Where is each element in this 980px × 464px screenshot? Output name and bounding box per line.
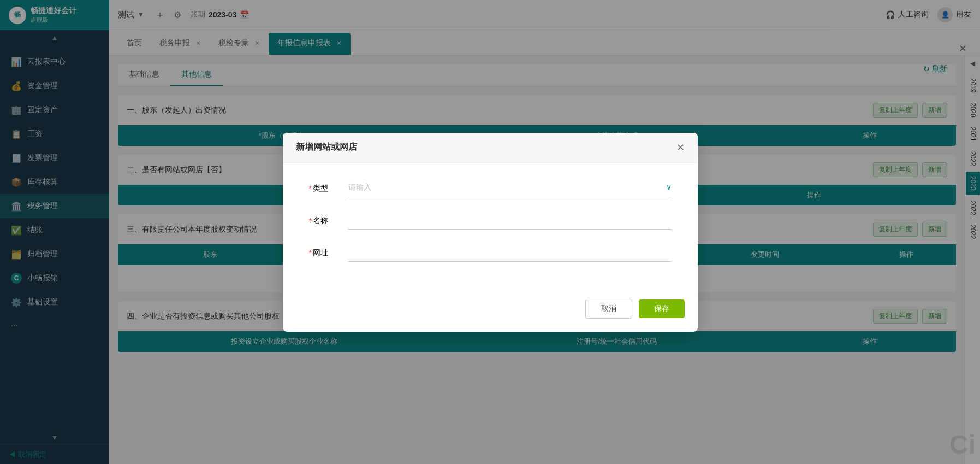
modal-body: * 类型 ∨ * 名称 xyxy=(283,163,698,290)
required-star-type: * xyxy=(309,184,312,193)
form-row-url: * 网址 xyxy=(309,245,672,262)
name-input[interactable] xyxy=(348,213,672,226)
add-website-modal: 新增网站或网店 ✕ * 类型 ∨ xyxy=(283,133,698,332)
url-input[interactable] xyxy=(348,245,672,258)
modal-title: 新增网站或网店 xyxy=(296,142,357,153)
url-input-wrap xyxy=(348,245,672,262)
url-label: * 网址 xyxy=(309,248,342,258)
form-field-name: * 名称 xyxy=(309,213,672,230)
form-row-type: * 类型 ∨ xyxy=(309,180,672,197)
name-label-text: 名称 xyxy=(313,216,328,226)
form-field-type: * 类型 ∨ xyxy=(309,180,672,197)
name-input-wrap xyxy=(348,213,672,230)
type-label-text: 类型 xyxy=(313,184,328,193)
form-row-name: * 名称 xyxy=(309,213,672,230)
modal-footer: 取消 保存 xyxy=(283,290,698,332)
required-star-name: * xyxy=(309,216,312,225)
url-label-text: 网址 xyxy=(313,248,328,258)
required-star-url: * xyxy=(309,249,312,257)
cancel-button[interactable]: 取消 xyxy=(585,299,632,319)
modal-close-button[interactable]: ✕ xyxy=(676,142,685,154)
save-button[interactable]: 保存 xyxy=(639,299,685,318)
name-label: * 名称 xyxy=(309,216,342,226)
type-dropdown-arrow-icon[interactable]: ∨ xyxy=(666,183,672,191)
type-input[interactable] xyxy=(348,180,666,193)
form-field-url: * 网址 xyxy=(309,245,672,262)
type-input-wrap: ∨ xyxy=(348,180,672,197)
modal-header: 新增网站或网店 ✕ xyxy=(283,133,698,163)
modal-overlay[interactable]: 新增网站或网店 ✕ * 类型 ∨ xyxy=(0,0,980,464)
type-label: * 类型 xyxy=(309,184,342,193)
